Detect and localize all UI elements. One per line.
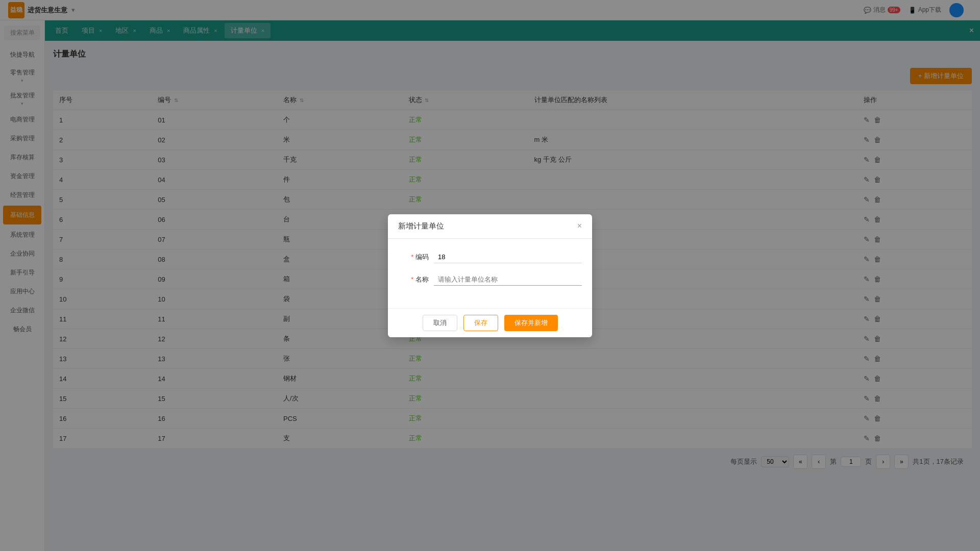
add-unit-modal: 新增计量单位 × * 编码 * 名称 取消 保存 保存并新增 [388, 214, 592, 337]
modal-footer: 取消 保存 保存并新增 [388, 308, 592, 337]
form-code-row: * 编码 [398, 251, 582, 263]
save-button[interactable]: 保存 [463, 315, 498, 331]
required-mark: * [411, 276, 413, 283]
cancel-button[interactable]: 取消 [423, 315, 457, 331]
code-input[interactable] [434, 251, 582, 263]
modal-header: 新增计量单位 × [388, 214, 592, 239]
modal-close-button[interactable]: × [577, 221, 582, 231]
name-input[interactable] [434, 273, 582, 286]
save-and-new-button[interactable]: 保存并新增 [504, 315, 558, 331]
modal-body: * 编码 * 名称 [388, 239, 592, 308]
form-name-row: * 名称 [398, 273, 582, 286]
form-name-label: * 名称 [398, 275, 429, 284]
required-mark: * [411, 253, 413, 261]
form-code-label: * 编码 [398, 253, 429, 262]
modal-title: 新增计量单位 [398, 221, 444, 231]
modal-overlay: 新增计量单位 × * 编码 * 名称 取消 保存 保存并新增 [0, 0, 980, 551]
